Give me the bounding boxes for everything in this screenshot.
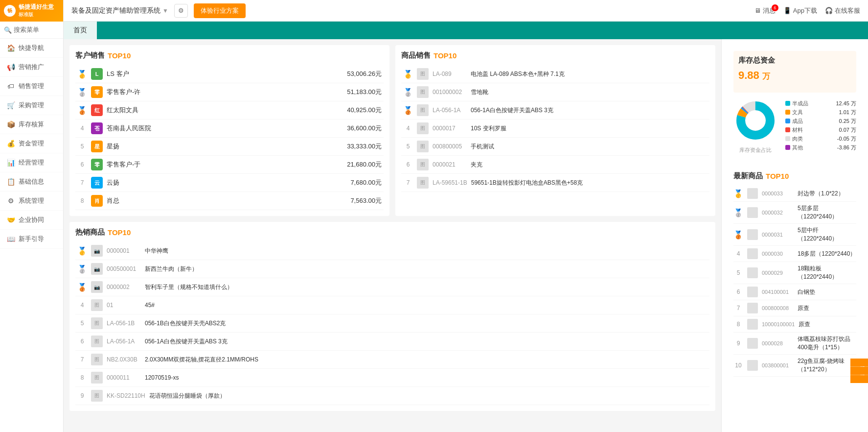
float-buttons: 客服热线服务社区直播 [850,359,868,383]
new-product-code: 004100001 [762,289,794,295]
sidebar-item-label: 系统管理 [19,196,44,205]
sidebar-item-quick-nav[interactable]: 🏠 快捷导航 [0,39,63,58]
sidebar-item-operations[interactable]: 📊 经营管理 [0,153,63,172]
rank-number: 5 [733,269,743,276]
sidebar-item-cooperation[interactable]: 🤝 企业协同 [0,211,63,230]
sidebar-item-finance[interactable]: 💰 资金管理 [0,134,63,153]
inventory-legend: 半成品 12.45 万 文具 1.01 万 成品 0.25 万 材料 0.07 … [785,100,856,153]
sidebar: 畅 畅捷通好生意 标准版 🔍 搜索菜单 🏠 快捷导航 📢 营销推广 🏷 销售管理… [0,0,64,432]
new-product-code: 003800001 [762,362,794,368]
sidebar-item-guide[interactable]: 📖 新手引导 [0,230,63,249]
operations-icon: 📊 [7,159,15,167]
product-name: 59651-1B旋转投影灯电池盒ABS黑色+58克 [471,179,708,187]
new-product-name: 原查 [799,320,856,329]
legend-color-dot [785,119,790,123]
system-title-dropdown[interactable]: 装备及固定资产辅助管理系统 ▼ [71,6,168,15]
customer-avatar: 零 [91,159,103,170]
logo-icon: 畅 [4,5,16,17]
new-product-image [747,267,758,278]
sidebar-search[interactable]: 🔍 搜索菜单 [0,22,63,39]
sidebar-item-basic-info[interactable]: 📋 基础信息 [0,172,63,192]
topbar-right: 🖥 消息 6 📱 App下载 🎧 在线客服 [754,6,860,15]
cooperation-icon: 🤝 [7,216,15,224]
float-btn-service-community[interactable]: 服务社区 [850,367,868,375]
product-image: 📷 [91,263,103,275]
new-product-code: 10000100001 [762,321,795,327]
product-code: LA-056-1B [107,320,141,327]
product-code: LA-59651-1B [433,179,467,186]
new-product-image [747,188,758,199]
hot-product-row: 8 图 0000011 12070519-xs [75,369,709,387]
product-name: 10S 变利罗服 [471,124,708,133]
new-product-row: 8 10000100001 原查 [733,316,856,333]
purchase-icon: 🛒 [7,101,15,109]
sidebar-item-system[interactable]: ⚙ 系统管理 [0,192,63,211]
rank-number: 5 [77,143,87,150]
rank-number: 4 [77,125,87,132]
search-label: 搜索菜单 [14,25,39,34]
notification-badge[interactable]: 🖥 消息 6 [754,6,776,15]
sidebar-item-purchase[interactable]: 🛒 采购管理 [0,96,63,115]
rank-number: 8 [77,197,87,204]
legend-color-dot [785,145,790,150]
float-btn-counter[interactable]: 直播 [850,375,868,383]
rank-number: 7 [77,179,87,186]
rank-number: 7 [77,356,87,363]
legend-value: -3.86 万 [837,144,856,151]
sidebar-item-sales[interactable]: 🏷 销售管理 [0,77,63,96]
sidebar-item-inventory[interactable]: 📦 库存核算 [0,115,63,134]
inventory-legend-row: 成品 0.25 万 [785,118,856,125]
basic-info-icon: 📋 [7,178,15,186]
product-image: 图 [417,159,429,170]
hot-product-row: 5 图 LA-056-1B 056-1B白色按键开关壳ABS2克 [75,314,709,333]
inventory-donut-chart [733,98,777,143]
customer-amount: 33,333.00元 [347,142,382,151]
rank-number: 10 [733,362,743,369]
customer-amount: 21,680.00元 [347,160,382,169]
product-name: 056-1A白色按键开关盖ABS 3克 [471,106,708,115]
settings-gear-button[interactable]: ⚙ [174,4,188,18]
customer-avatar: 苍 [91,122,103,134]
rank-number: 9 [733,340,743,347]
new-product-name: 5层多层（1220*2440） [798,204,856,221]
new-product-row: 4 0000030 18多层（1220*2440） [733,246,856,262]
product-sales-row: 7 图 LA-59651-1B 59651-1B旋转投影灯电池盒ABS黑色+58… [401,174,709,192]
new-product-image [747,207,758,218]
product-code: LA-089 [433,71,467,77]
customer-name: 云扬 [107,178,346,187]
product-image: 图 [417,86,429,98]
rank-number: 4 [403,125,413,132]
product-sales-list: 🥇 图 LA-089 电池盖 LA-089 ABS本色+黑种 7.1克 🥈 图 … [401,65,709,192]
product-name: 056-1A白色按键开关盖ABS 3克 [145,337,708,346]
customer-name: 零售客户-许 [107,88,343,96]
sidebar-item-label: 新手引导 [19,235,44,243]
new-product-name: 18多层（1220*2440） [798,250,856,258]
float-btn-customer-service[interactable]: 客服热线 [850,359,868,367]
rank-number: 6 [77,161,87,168]
customer-sales-list: 🥇 L LS 客户 53,006.26元 🥈 零 零售客户-许 51,183.0… [75,65,384,210]
hot-products-card: 热销商品 TOP10 🥇 📷 0000001 中华神鹰 🥈 📷 00050000… [69,222,715,411]
medal-bronze-icon: 🥉 [403,106,413,115]
notification-icon: 🖥 [754,7,761,14]
trial-button[interactable]: 体验行业方案 [194,3,246,18]
sales-icon: 🏷 [7,82,15,90]
product-code: 0000001 [107,247,141,254]
medal-gold-icon: 🥇 [403,70,413,79]
quick-nav-icon: 🏠 [7,44,15,52]
customer-service-top[interactable]: 🎧 在线客服 [825,6,860,15]
new-product-code: 000800008 [762,305,794,311]
product-name: 12070519-xs [145,374,708,381]
new-product-image [747,338,758,349]
new-product-row: 6 004100001 白钢垫 [733,284,856,300]
customer-name: 红太阳文具 [107,106,343,115]
product-code: 0000017 [433,125,467,132]
sidebar-item-marketing[interactable]: 📢 营销推广 [0,58,63,77]
product-image: 📷 [91,245,103,257]
app-download[interactable]: 📱 App下载 [783,6,817,15]
product-name: 中华神鹰 [145,247,708,255]
nav-tabs: 首页 [64,22,868,39]
new-product-row: 🥈 0000032 5层多层（1220*2440） [733,202,856,224]
customer-name: 星扬 [107,142,343,151]
tab-home[interactable]: 首页 [64,22,97,39]
product-image: 图 [91,336,103,347]
